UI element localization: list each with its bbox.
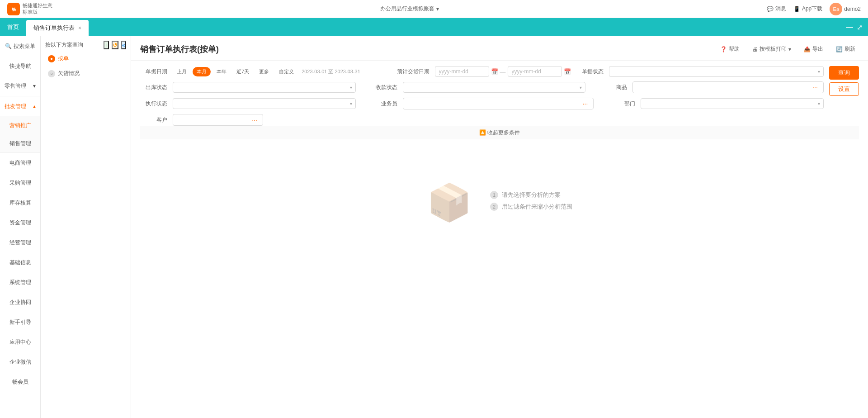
wholesale-arrow-icon: ▴ xyxy=(33,103,36,109)
right-content: 销售订单执行表(按单) ❓ 帮助 🖨 按模板打印 ▾ 📤 xyxy=(131,36,868,418)
date-tag-this-month[interactable]: 本月 xyxy=(193,67,211,76)
apps-label: 应用中心 xyxy=(9,338,31,346)
date-label: 单据日期 xyxy=(140,68,167,76)
calendar-end-icon[interactable]: 📅 xyxy=(564,68,571,75)
date-separator: — xyxy=(500,68,506,75)
tab-active-label: 销售订单执行表 xyxy=(33,24,75,32)
date-tag-this-year[interactable]: 本年 xyxy=(212,67,231,76)
sidebar-sub-sales[interactable]: 销售管理 xyxy=(0,134,40,152)
customer-input[interactable] xyxy=(177,117,250,123)
app-download-action[interactable]: 📱 App下载 xyxy=(793,5,822,13)
sidebar-section-wholesale: 批发管理 ▴ 营销推广 销售管理 xyxy=(0,96,40,153)
goods-more-icon[interactable]: ··· xyxy=(811,84,820,91)
sidebar-search-menu[interactable]: 🔍 搜索菜单 xyxy=(0,36,40,56)
sidebar-item-ecommerce[interactable]: 电商管理 xyxy=(0,153,40,173)
page-title: 销售订单执行表(按单) xyxy=(140,44,219,55)
filter-press[interactable]: ● 按单 xyxy=(41,51,131,66)
app-label: App下载 xyxy=(802,5,822,13)
debt-label: 欠货情况 xyxy=(58,70,80,77)
salesperson-input[interactable] xyxy=(407,100,581,107)
member-label: 畅会员 xyxy=(12,378,28,386)
refresh-button[interactable]: 🔄 刷新 xyxy=(832,43,859,55)
salesperson-more-icon[interactable]: ··· xyxy=(581,100,590,107)
left-panel-title: 按以下方案查询 xyxy=(45,41,83,49)
maximize-icon[interactable]: ⤢ xyxy=(857,23,863,32)
customer-more-icon[interactable]: ··· xyxy=(250,116,259,124)
sidebar: 🔍 搜索菜单 快捷导航 零售管理 ▾ 批发管理 ▴ 营销推广 销售管理 xyxy=(0,36,41,418)
user-action[interactable]: Ea demo2 xyxy=(830,3,861,15)
search-icon: 🔍 xyxy=(5,43,12,49)
refresh-filter-button[interactable]: ↺ xyxy=(112,41,118,49)
quick-nav-label: 快捷导航 xyxy=(9,62,31,70)
message-label: 消息 xyxy=(775,5,786,13)
filter-row-4: 客户 ··· xyxy=(140,114,824,126)
logo-area: 畅 畅捷通好生意 标准版 xyxy=(7,3,52,15)
collapse-panel-button[interactable]: « xyxy=(121,41,126,49)
date-tag-last-month[interactable]: 上月 xyxy=(173,67,191,76)
sidebar-item-quick-nav[interactable]: 快捷导航 xyxy=(0,56,40,76)
top-bar-left: 畅 畅捷通好生意 标准版 xyxy=(7,3,52,15)
sidebar-item-wholesale[interactable]: 批发管理 ▴ xyxy=(0,96,40,116)
step-num-2: 2 xyxy=(490,203,498,211)
tab-home[interactable]: 首页 xyxy=(0,18,26,36)
exec-status-select[interactable] xyxy=(173,98,356,109)
sidebar-sub-marketing[interactable]: 营销推广 xyxy=(0,116,40,134)
message-action[interactable]: 💬 消息 xyxy=(767,5,786,13)
sidebar-item-purchase[interactable]: 采购管理 xyxy=(0,173,40,193)
goods-input[interactable] xyxy=(637,84,811,90)
status-select-wrap: ▾ xyxy=(609,66,824,77)
dept-select[interactable] xyxy=(641,98,824,109)
sidebar-item-member[interactable]: 畅会员 xyxy=(0,372,40,392)
date-group: 上月 本月 本年 近7天 更多 自定义 2023-03-01 至 2023-03… xyxy=(173,67,388,76)
refresh-icon: 🔄 xyxy=(836,46,843,52)
add-filter-button[interactable]: + xyxy=(104,41,109,49)
expected-date-start[interactable] xyxy=(435,66,489,77)
sidebar-item-system[interactable]: 系统管理 xyxy=(0,272,40,292)
sidebar-item-operation[interactable]: 经营管理 xyxy=(0,233,40,252)
tab-close-icon[interactable]: × xyxy=(78,25,81,31)
sidebar-item-retail[interactable]: 零售管理 ▾ xyxy=(0,76,40,96)
out-status-select[interactable] xyxy=(173,82,356,93)
date-tag-7days[interactable]: 近7天 xyxy=(232,67,253,76)
sidebar-item-basic[interactable]: 基础信息 xyxy=(0,252,40,272)
tab-active[interactable]: 销售订单执行表 × xyxy=(26,20,89,36)
sidebar-item-finance[interactable]: 资金管理 xyxy=(0,213,40,233)
out-status-select-wrap: ▾ xyxy=(173,82,356,93)
print-button[interactable]: 🖨 按模板打印 ▾ xyxy=(749,43,795,55)
empty-illustration: 📦 xyxy=(427,181,472,224)
press-icon: ● xyxy=(48,55,55,62)
query-button[interactable]: 查询 xyxy=(829,66,859,80)
filter-debt[interactable]: ○ 欠货情况 xyxy=(41,66,131,81)
payment-status-select-wrap: ▾ xyxy=(403,82,586,93)
step-2-text: 用过滤条件来缩小分析范围 xyxy=(502,203,572,211)
collapse-bar[interactable]: 🔼 收起更多条件 xyxy=(140,126,859,139)
help-icon: ❓ xyxy=(720,46,727,52)
filter-actions: 查询 设置 xyxy=(829,66,859,96)
breadcrumb-text: 办公用品行业模拟账套 xyxy=(380,5,434,13)
dept-select-wrap: ▾ xyxy=(641,98,824,109)
empty-step-1: 1 请先选择要分析的方案 xyxy=(490,191,572,199)
date-tag-more[interactable]: 更多 xyxy=(255,67,273,76)
collapse-up-icon: 🔼 xyxy=(479,129,486,136)
goods-label: 商品 xyxy=(600,84,627,91)
payment-status-select[interactable] xyxy=(403,82,586,93)
sidebar-item-wechat[interactable]: 企业微信 xyxy=(0,352,40,372)
sidebar-item-enterprise[interactable]: 企业协同 xyxy=(0,292,40,312)
calendar-start-icon[interactable]: 📅 xyxy=(491,68,498,75)
date-tag-custom[interactable]: 自定义 xyxy=(275,67,298,76)
system-label: 系统管理 xyxy=(9,279,31,286)
sidebar-item-inventory[interactable]: 库存核算 xyxy=(0,193,40,213)
setting-button[interactable]: 设置 xyxy=(829,82,859,96)
sidebar-item-apps[interactable]: 应用中心 xyxy=(0,332,40,352)
content-area: 按以下方案查询 + ↺ « ● 按单 ○ 欠货情况 xyxy=(41,36,868,418)
minimize-icon[interactable]: — xyxy=(846,23,853,31)
breadcrumb[interactable]: 办公用品行业模拟账套 ▾ xyxy=(380,5,439,13)
help-button[interactable]: ❓ 帮助 xyxy=(717,43,743,55)
tab-bar: 首页 销售订单执行表 × — ⤢ xyxy=(0,18,868,36)
salesperson-label: 业务员 xyxy=(370,100,397,108)
export-button[interactable]: 📤 导出 xyxy=(800,43,827,55)
status-select[interactable] xyxy=(609,66,824,77)
expected-date-end[interactable] xyxy=(508,66,562,77)
sidebar-item-guide[interactable]: 新手引导 xyxy=(0,312,40,332)
username-label: demo2 xyxy=(844,6,861,12)
